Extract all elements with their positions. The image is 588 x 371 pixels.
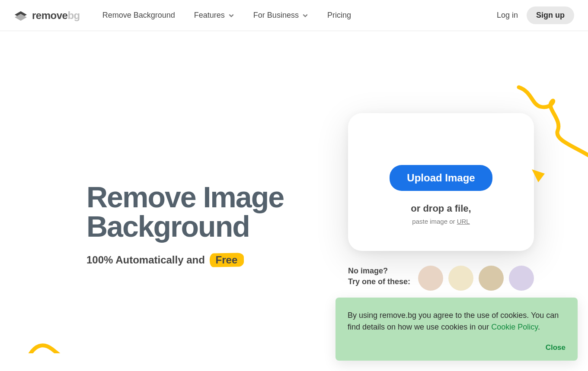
hero-subtitle: 100% Automatically and Free — [86, 253, 311, 267]
drop-file-text: or drop a file, — [411, 203, 471, 214]
chevron-down-icon — [228, 13, 234, 19]
nav-remove-background[interactable]: Remove Background — [102, 11, 175, 20]
no-image-line2: Try one of these: — [348, 276, 410, 287]
sample-thumbnails — [418, 266, 534, 291]
no-image-text: No image? Try one of these: — [348, 266, 410, 287]
cookie-text: By using remove.bg you agree to the use … — [348, 310, 566, 333]
nav-label: For Business — [253, 11, 299, 20]
url-link[interactable]: URL — [457, 218, 470, 225]
squiggle-bottom-icon — [26, 340, 65, 353]
squiggle-decoration-icon — [514, 83, 588, 204]
signup-button[interactable]: Sign up — [527, 6, 574, 24]
login-link[interactable]: Log in — [497, 11, 518, 20]
logo[interactable]: removebg — [14, 10, 80, 22]
sample-thumb-1[interactable] — [418, 266, 443, 291]
cookie-banner: By using remove.bg you agree to the use … — [336, 298, 578, 353]
upload-button[interactable]: Upload Image — [390, 165, 492, 191]
cookie-close-button[interactable]: Close — [546, 343, 566, 352]
header-left: removebg Remove Background Features For … — [14, 10, 351, 22]
no-image-line1: No image? — [348, 266, 410, 276]
sample-thumb-4[interactable] — [509, 266, 534, 291]
nav-pricing[interactable]: Pricing — [327, 11, 351, 20]
no-image-row: No image? Try one of these: — [348, 266, 534, 291]
nav-label: Remove Background — [102, 11, 175, 20]
svg-marker-2 — [532, 169, 545, 182]
chevron-down-icon — [302, 13, 308, 19]
cookie-text-suffix: . — [538, 323, 540, 331]
hero-left: Remove Image Background 100% Automatical… — [86, 66, 311, 327]
nav-label: Pricing — [327, 11, 351, 20]
page-title: Remove Image Background — [86, 182, 311, 241]
sample-thumb-3[interactable] — [479, 266, 504, 291]
header-right: Log in Sign up — [497, 6, 574, 24]
cookie-actions: Close — [348, 343, 566, 352]
nav-features[interactable]: Features — [194, 11, 234, 20]
upload-card[interactable]: Upload Image or drop a file, paste image… — [348, 113, 534, 251]
nav-label: Features — [194, 11, 225, 20]
header: removebg Remove Background Features For … — [0, 0, 588, 31]
subtitle-prefix: 100% Automatically and — [86, 254, 205, 266]
logo-icon — [14, 10, 28, 21]
paste-text: paste image or URL — [412, 218, 470, 225]
main-nav: Remove Background Features For Business … — [102, 11, 351, 20]
free-badge: Free — [210, 253, 244, 267]
paste-prefix: paste image or — [412, 218, 457, 225]
cookie-policy-link[interactable]: Cookie Policy — [491, 323, 538, 331]
logo-text: removebg — [32, 10, 80, 22]
sample-thumb-2[interactable] — [448, 266, 473, 291]
nav-for-business[interactable]: For Business — [253, 11, 308, 20]
